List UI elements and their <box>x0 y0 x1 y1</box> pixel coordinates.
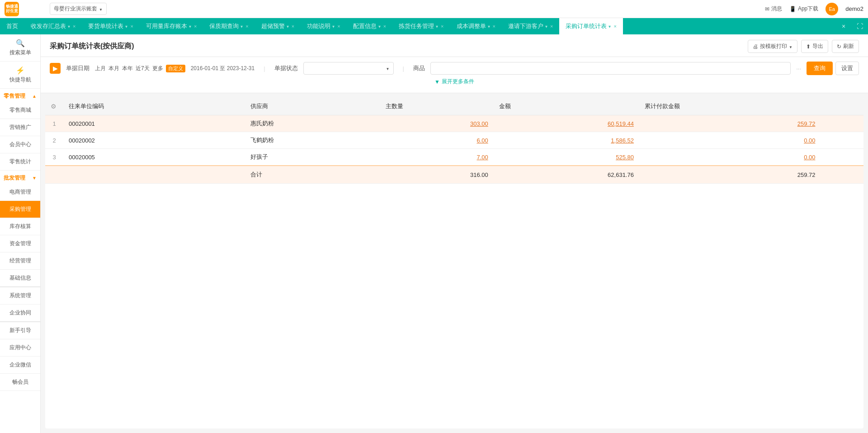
row-3-qty-link[interactable]: 7.00 <box>476 154 488 161</box>
top-right-actions: ✉ 消息 📱 App下载 Ea demo2 <box>765 3 863 15</box>
row-1-extra <box>821 115 863 132</box>
tab-receive-send-close-icon[interactable]: × <box>73 24 75 29</box>
sidebar-item-finance[interactable]: 资金管理 <box>0 235 40 252</box>
tab-config-info[interactable]: 配置信息 ▾ × <box>347 18 392 34</box>
tab-warranty[interactable]: 保质期查询 ▾ × <box>203 18 255 34</box>
print-dropdown-icon <box>789 43 793 50</box>
column-settings-icon[interactable]: ⚙ <box>51 103 57 110</box>
sidebar-item-enterprise-wechat[interactable]: 企业微信 <box>0 357 40 374</box>
shortcut-7days[interactable]: 近7天 <box>136 65 150 72</box>
tab-cost-adjust[interactable]: 成本调整单 ▾ × <box>450 18 502 34</box>
quick-nav-icon: ⚡ <box>16 66 25 75</box>
expand-more-btn[interactable]: ▼ 展开更多条件 <box>50 75 859 88</box>
row-2-amount-link[interactable]: 1,586.52 <box>611 137 634 144</box>
col-amount-label: 金额 <box>499 103 511 109</box>
query-btn[interactable]: 查询 <box>807 62 833 75</box>
row-3-paid-link[interactable]: 0.00 <box>804 154 815 161</box>
tab-config-info-close-icon[interactable]: × <box>383 24 386 29</box>
sidebar-item-purchase[interactable]: 采购管理 <box>0 201 40 218</box>
maximize-btn[interactable]: ⛶ <box>852 18 868 34</box>
message-btn[interactable]: ✉ 消息 <box>765 5 782 13</box>
tab-receive-send[interactable]: 收发存汇总表 ▾ × <box>24 18 82 34</box>
tab-purchase-stats-close-icon[interactable]: × <box>613 24 616 29</box>
tab-invite-downstream[interactable]: 邀请下游客户 ▾ × <box>502 18 559 34</box>
row-3-amount-link[interactable]: 525.80 <box>616 154 634 161</box>
retail-expand-icon: ▲ <box>32 94 37 99</box>
tab-overstock-close-icon[interactable]: × <box>292 24 294 29</box>
close-tab-btn[interactable]: × <box>835 18 852 34</box>
row-1-paid-link[interactable]: 259.72 <box>797 120 816 127</box>
print-btn[interactable]: 🖨 按模板打印 <box>748 40 797 53</box>
sidebar-item-retail-stats[interactable]: 零售统计 <box>0 153 40 171</box>
sidebar-item-ecommerce[interactable]: 电商管理 <box>0 184 40 201</box>
tab-purchase-stats[interactable]: 采购订单统计表 ▾ × <box>559 18 623 34</box>
table-header-row: ⚙ 往来单位编码 供应商 主数量 金额 <box>45 98 863 115</box>
goods-input-more-icon[interactable]: ··· <box>796 65 801 72</box>
page-title: 采购订单统计表(按供应商) <box>50 42 134 51</box>
row-3-qty: 7.00 <box>380 149 494 166</box>
sidebar-item-marketing[interactable]: 营销推广 <box>0 119 40 136</box>
sidebar-item-system[interactable]: 系统管理 <box>0 287 40 305</box>
tab-goods-stats-close-icon[interactable]: × <box>130 24 133 29</box>
shortcut-this-year[interactable]: 本年 <box>122 65 133 72</box>
goods-input[interactable] <box>430 62 791 75</box>
table-container: ⚙ 往来单位编码 供应商 主数量 金额 <box>45 98 863 428</box>
avatar[interactable]: Ea <box>826 3 838 15</box>
sidebar-item-enterprise[interactable]: 企业协同 <box>0 305 40 322</box>
row-2-amount: 1,586.52 <box>494 132 639 149</box>
wholesale-expand-icon: ▼ <box>32 176 37 181</box>
tab-inventory-ledger-close-icon[interactable]: × <box>194 24 197 29</box>
sidebar-item-retail-mall[interactable]: 零售商城 <box>0 102 40 119</box>
tab-home-label: 首页 <box>6 22 18 30</box>
tab-inventory-ledger[interactable]: 可用量库存账本 ▾ × <box>140 18 203 34</box>
shortcut-this-month[interactable]: 本月 <box>108 65 119 72</box>
shortcut-last-month[interactable]: 上月 <box>95 65 106 72</box>
tab-cost-adjust-close-icon[interactable]: × <box>493 24 495 29</box>
row-1-qty-link[interactable]: 303.00 <box>470 120 488 127</box>
tab-function-desc-dropdown-icon: ▾ <box>332 24 335 29</box>
tab-warranty-close-icon[interactable]: × <box>245 24 248 29</box>
row-2-qty-link[interactable]: 6.00 <box>476 137 488 144</box>
tab-invite-downstream-close-icon[interactable]: × <box>550 24 553 29</box>
tab-overstock-dropdown-icon: ▾ <box>287 24 289 29</box>
table-body: 1 00020001 惠氏奶粉 303.00 60,519.44 259.72 … <box>45 115 863 166</box>
settings-btn[interactable]: 设置 <box>835 62 859 75</box>
footer-qty-value: 316.00 <box>470 171 488 178</box>
sidebar-item-member2[interactable]: 畅会员 <box>0 374 40 391</box>
row-2-paid-link[interactable]: 0.00 <box>804 137 815 144</box>
tab-pickup-task-close-icon[interactable]: × <box>441 24 443 29</box>
filter-toggle-btn[interactable]: ▶ <box>50 63 61 74</box>
tab-overstock[interactable]: 超储预警 ▾ × <box>255 18 301 34</box>
refresh-btn[interactable]: ↻ 刷新 <box>832 40 859 53</box>
shortcut-more[interactable]: 更多 <box>152 65 163 72</box>
tab-function-desc-close-icon[interactable]: × <box>337 24 340 29</box>
status-select[interactable] <box>303 62 394 75</box>
footer-paid: 259.72 <box>639 166 821 184</box>
sidebar-section-retail[interactable]: 零售管理 ▲ <box>0 89 40 102</box>
table-row: 3 00020005 好孩子 7.00 525.80 0.00 <box>45 149 863 166</box>
sidebar-item-app-center[interactable]: 应用中心 <box>0 339 40 357</box>
sidebar-item-quick-nav[interactable]: ⚡ 快捷导航 <box>0 62 40 89</box>
row-2-num: 2 <box>45 132 63 149</box>
workspace-selector[interactable]: 母婴行业演示账套 <box>50 3 107 15</box>
sidebar-wholesale-label: 批发管理 <box>4 174 25 182</box>
sidebar-item-search[interactable]: 🔍 搜索菜单 <box>0 34 40 62</box>
sidebar-item-operations[interactable]: 经营管理 <box>0 252 40 270</box>
sidebar-item-newbie[interactable]: 新手引导 <box>0 322 40 339</box>
custom-date-badge[interactable]: 自定义 <box>166 65 185 72</box>
sidebar-item-member[interactable]: 会员中心 <box>0 136 40 153</box>
sidebar-item-basic[interactable]: 基础信息 <box>0 270 40 287</box>
tab-home[interactable]: 首页 <box>0 18 24 34</box>
filter-area: ▶ 单据日期 上月 本月 本年 近7天 更多 自定义 2016-01-01 至 … <box>41 57 868 93</box>
tab-goods-stats[interactable]: 要货单统计表 ▾ × <box>82 18 139 34</box>
col-code: 往来单位编码 <box>63 98 245 115</box>
table-row: 1 00020001 惠氏奶粉 303.00 60,519.44 259.72 <box>45 115 863 132</box>
export-btn[interactable]: ⬆ 导出 <box>801 40 828 53</box>
row-1-amount-link[interactable]: 60,519.44 <box>608 120 634 127</box>
sidebar-section-wholesale[interactable]: 批发管理 ▼ <box>0 171 40 184</box>
tab-function-desc[interactable]: 功能说明 ▾ × <box>301 18 346 34</box>
app-download-btn[interactable]: 📱 App下载 <box>789 5 818 13</box>
sidebar-item-inventory[interactable]: 库存核算 <box>0 218 40 235</box>
filter-row: ▶ 单据日期 上月 本月 本年 近7天 更多 自定义 2016-01-01 至 … <box>50 62 859 75</box>
tab-pickup-task[interactable]: 拣货任务管理 ▾ × <box>392 18 450 34</box>
